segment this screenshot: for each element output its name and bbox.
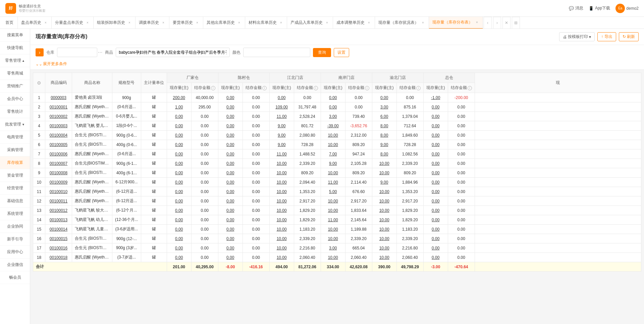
- settings-icon[interactable]: ⚙: [37, 80, 41, 86]
- sidebar-item-mall[interactable]: 零售商城: [0, 67, 30, 80]
- logo-icon: 好: [5, 3, 16, 14]
- table-row: 13 00100012 飞鹤星飞帆 较大婴儿配... (6-12个月... 罐 …: [33, 206, 641, 215]
- filter-toggle-btn[interactable]: ›: [36, 48, 44, 56]
- sidebar-item-wholesale[interactable]: 批发管理 ▼: [0, 118, 30, 131]
- export-btn[interactable]: ↑ 导出: [597, 32, 616, 41]
- sidebar-item-guide[interactable]: 新手引导: [0, 233, 30, 246]
- expand-conditions-btn[interactable]: ⌄⌄ 展开更多条件: [36, 61, 639, 67]
- warehouse-input-wrap: ···: [57, 48, 102, 57]
- tab-1[interactable]: 盘点单历史 ×: [18, 17, 52, 29]
- col-sub-yb-stock: 现存量(主): [372, 83, 396, 93]
- tab-next-btn[interactable]: ›: [493, 17, 501, 29]
- tab-close-all-btn[interactable]: ✕: [502, 17, 511, 29]
- print-btn[interactable]: 🖨 按模板打印 ▾: [559, 32, 595, 41]
- sidebar-item-enterprise[interactable]: 企业协同: [0, 220, 30, 233]
- tab-close-9[interactable]: ×: [367, 20, 371, 25]
- printer-icon: 🖨: [563, 35, 567, 39]
- sidebar-item-apps[interactable]: 应用中心: [0, 246, 30, 259]
- app-download-btn[interactable]: 📱 App下载: [589, 5, 610, 11]
- col-header-unit: 主计量单位: [141, 73, 167, 93]
- tab-3[interactable]: 组装拆卸单历史 ×: [94, 17, 136, 29]
- sidebar-item-retail-stats[interactable]: 零售统计: [0, 105, 30, 118]
- col-sub-jb-stock: 现存量(主): [269, 83, 294, 93]
- main-content: 现存量查询(库存分布) 🖨 按模板打印 ▾ ↑ 导出 ↻ 刷新 ›: [30, 29, 644, 324]
- sidebar-item-nav[interactable]: 快捷导航: [0, 42, 30, 54]
- tab-close-4[interactable]: ×: [161, 20, 166, 25]
- tab-close-1[interactable]: ×: [43, 20, 48, 25]
- col-sub-t-stock: 现存量(主): [423, 83, 448, 93]
- tab-5[interactable]: 要货单历史 ×: [169, 17, 203, 29]
- col-header-yubeibei: 渝北门店: [372, 73, 423, 83]
- sidebar-item-membership[interactable]: 畅会员: [0, 271, 30, 284]
- header-actions: 🖨 按模板打印 ▾ ↑ 导出 ↻ 刷新: [559, 32, 639, 45]
- table-container[interactable]: ⚙ 商品编码 商品名称 规格型号 主计量单位 厂家仓 陈村仓 江北门店 南岸门店…: [30, 70, 644, 324]
- sidebar-item-member[interactable]: 会员中心: [0, 93, 30, 105]
- tab-7[interactable]: 材料出库单历史 ×: [245, 17, 287, 29]
- sidebar-item-finance[interactable]: 资金管理: [0, 169, 30, 182]
- warehouse-input[interactable]: [57, 48, 97, 57]
- tab-close-6[interactable]: ×: [237, 20, 241, 25]
- warehouse-label: 仓库: [46, 50, 54, 55]
- sidebar-item-system[interactable]: 系统管理: [0, 207, 30, 220]
- sidebar-item-purchase[interactable]: 采购管理: [0, 144, 30, 156]
- tab-10[interactable]: 现存量（库存状况表） ×: [375, 17, 429, 29]
- sidebar-item-basics[interactable]: 基础信息: [0, 195, 30, 207]
- settings-btn[interactable]: 设置: [334, 48, 349, 57]
- col-header-current: 现: [475, 73, 641, 93]
- info-icon-3[interactable]: i: [314, 86, 318, 90]
- message-btn[interactable]: 💬 消息: [569, 5, 583, 11]
- table-row: 14 00100013 飞鹤星飞帆 幼儿配方奶... (12-36个月... 罐…: [33, 215, 641, 225]
- table-row: 3 00100002 惠氏启醒 (Wyeth illu... 0-6月婴儿...…: [33, 112, 641, 121]
- tab-11[interactable]: 现存量（库存分布表） ×: [429, 17, 483, 29]
- color-input[interactable]: [243, 48, 310, 57]
- warehouse-dots-btn[interactable]: ···: [98, 49, 102, 55]
- tab-close-11[interactable]: ×: [475, 20, 479, 25]
- sidebar-item-search[interactable]: 搜索英单: [0, 29, 30, 42]
- col-header-nanan: 南岸门店: [321, 73, 372, 83]
- avatar: Ea: [615, 4, 625, 13]
- tab-close-5[interactable]: ×: [195, 20, 200, 25]
- info-icon-4[interactable]: i: [365, 86, 369, 90]
- table-row: 5 00100004 合生元 (BIOSTIME) ... 900g (0-6.…: [33, 131, 641, 140]
- tab-6[interactable]: 其他出库单历史 ×: [203, 17, 245, 29]
- info-icon-5[interactable]: i: [416, 86, 421, 90]
- tab-close-3[interactable]: ×: [127, 20, 132, 25]
- tab-close-10[interactable]: ×: [421, 20, 425, 25]
- page-title: 现存量查询(库存分布): [36, 33, 88, 44]
- info-icon-2[interactable]: i: [262, 86, 267, 90]
- sidebar-item-retail-mgmt[interactable]: 零售管理 ▲: [0, 54, 30, 67]
- export-icon: ↑: [601, 34, 603, 39]
- col-sub-f-stock: 现存量(主): [167, 83, 191, 93]
- refresh-btn[interactable]: ↻ 刷新: [619, 32, 639, 41]
- col-sub-f-amount: 结存金额i: [191, 83, 218, 93]
- user-area[interactable]: Ea demo2: [615, 4, 639, 13]
- query-btn[interactable]: 查询: [313, 48, 331, 57]
- info-icon-6[interactable]: i: [468, 86, 472, 90]
- tab-home[interactable]: 首页: [1, 17, 18, 29]
- tab-close-7[interactable]: ×: [279, 20, 283, 25]
- tab-2[interactable]: 分量盘点单历史 ×: [52, 17, 94, 29]
- tab-4[interactable]: 调拨单历史 ×: [136, 17, 169, 29]
- chevron-up-icon: ▲: [22, 59, 25, 62]
- tab-close-2[interactable]: ×: [85, 20, 90, 25]
- tab-close-8[interactable]: ×: [325, 20, 329, 25]
- tab-9[interactable]: 成本调整单历史 ×: [333, 17, 375, 29]
- table-row: 10 00100009 惠氏启醒 (Wyeth illu... 6-12月900…: [33, 178, 641, 187]
- tab-8[interactable]: 产成品入库单历史 ×: [287, 17, 333, 29]
- sidebar-item-operations[interactable]: 经营管理: [0, 182, 30, 195]
- top-bar-right: 💬 消息 📱 App下载 Ea demo2: [569, 4, 639, 13]
- sidebar-item-marketing[interactable]: 营销推广: [0, 80, 30, 93]
- tab-expand-btn[interactable]: ⊞: [512, 17, 520, 29]
- page-header: 现存量查询(库存分布) 🖨 按模板打印 ▾ ↑ 导出 ↻ 刷新: [30, 29, 644, 45]
- col-header-code: 商品编码: [45, 73, 72, 93]
- info-icon[interactable]: i: [211, 86, 215, 90]
- message-icon: 💬: [569, 6, 574, 11]
- sidebar-item-wechat[interactable]: 企业微信: [0, 259, 30, 271]
- sidebar-item-inventory[interactable]: 库存核算: [0, 156, 30, 169]
- tab-prev-btn[interactable]: ‹: [484, 17, 492, 29]
- sidebar-item-ecommerce[interactable]: 电商管理: [0, 131, 30, 144]
- data-table: ⚙ 商品编码 商品名称 规格型号 主计量单位 厂家仓 陈村仓 江北门店 南岸门店…: [33, 73, 641, 272]
- top-bar: 好 畅捷通好生意 母婴行业演示账套 💬 消息 📱 App下载 Ea demo2: [0, 0, 644, 17]
- logo-text: 畅捷通好生意 母婴行业演示账套: [19, 4, 46, 13]
- goods-input[interactable]: [116, 48, 230, 57]
